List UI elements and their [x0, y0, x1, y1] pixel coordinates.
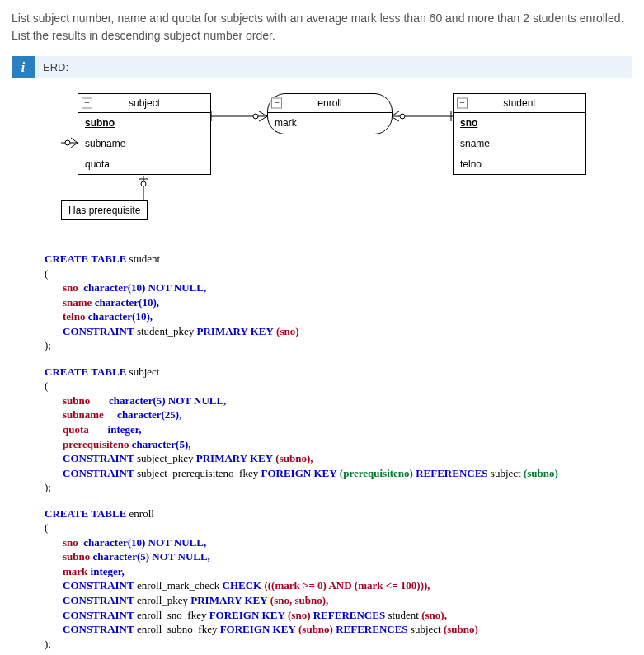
tbl-name: subject [129, 365, 160, 378]
attr-subname: subname [78, 134, 210, 154]
svg-point-11 [400, 114, 405, 119]
col-type: integer, [91, 565, 125, 577]
col: quota [63, 423, 89, 436]
kw-pk: PRIMARY KEY [197, 325, 274, 337]
entity-student-name: student [503, 97, 535, 109]
con-name: enroll_mark_check [137, 579, 219, 591]
svg-point-14 [65, 140, 70, 145]
ddl-student: CREATE TABLE student ( sno character(10)… [45, 252, 632, 353]
con-cols: (sno) [288, 609, 310, 621]
con-cols: (subno), [275, 452, 313, 464]
collapse-icon: − [82, 98, 92, 109]
entity-subject: − subject subno subname quota [78, 93, 211, 175]
kw-pk: PRIMARY KEY [190, 594, 267, 606]
con-name: enroll_pkey [137, 594, 188, 606]
svg-line-13 [71, 143, 78, 148]
relationship-enroll-name: enroll [317, 97, 341, 109]
col: telno [63, 310, 85, 323]
kw-fk: FOREIGN KEY [261, 467, 336, 479]
con-cols: (prerequisiteno) [340, 467, 413, 479]
con-name: enroll_subno_fkey [137, 623, 217, 635]
attr-subno: subno [85, 117, 115, 129]
ref-tbl: subject [491, 467, 521, 479]
info-icon: i [12, 56, 35, 78]
question-text: List subject number, name and quota for … [12, 10, 632, 45]
ref-tbl: subject [411, 623, 441, 635]
kw-constraint: CONSTRAINT [63, 325, 134, 337]
col: prerequisiteno [63, 438, 129, 450]
ddl-subject: CREATE TABLE subject ( subno character(5… [45, 365, 632, 495]
ref-tbl: student [388, 609, 419, 621]
con-name: student_pkey [137, 325, 194, 337]
col: subno [63, 550, 90, 563]
col-type: character(10) NOT NULL, [83, 536, 206, 549]
ref-cols: (subno) [524, 467, 558, 479]
col: sname [63, 296, 92, 309]
entity-student-title: − student [454, 94, 585, 113]
attr-telno: telno [454, 154, 585, 175]
kw-create: CREATE TABLE [45, 507, 126, 520]
relationship-enroll: − enroll mark [267, 93, 393, 134]
tbl-name: enroll [129, 507, 154, 520]
ref-cols: (subno) [444, 623, 478, 635]
kw-fk: FOREIGN KEY [220, 623, 296, 635]
col-type: character(10), [88, 310, 153, 323]
collapse-icon: − [271, 98, 282, 109]
kw-ref: REFERENCES [416, 467, 487, 479]
ref-cols: (sno), [421, 609, 447, 621]
has-prerequisite-label: Has prerequisite [61, 200, 148, 220]
svg-line-3 [259, 111, 267, 116]
col-type: integer, [108, 423, 142, 436]
kw-fk: FOREIGN KEY [209, 609, 285, 621]
erd-banner-label: ERD: [35, 56, 77, 78]
con-cols: (sno) [276, 325, 298, 337]
col: sno [63, 281, 78, 294]
col-type: character(10), [95, 296, 159, 309]
kw-constraint: CONSTRAINT [63, 452, 134, 464]
ddl-enroll: CREATE TABLE enroll ( sno character(10) … [45, 507, 632, 651]
entity-subject-name: subject [129, 97, 160, 109]
entity-student: − student sno sname telno [453, 93, 586, 175]
col-type: character(5) NOT NULL, [109, 394, 226, 407]
kw-constraint: CONSTRAINT [63, 579, 134, 591]
con-name: subject_prerequisiteno_fkey [137, 467, 258, 479]
kw-check: CHECK [223, 579, 262, 591]
col-type: character(25), [117, 408, 181, 421]
tbl-name: student [129, 252, 161, 265]
col-type: character(5) NOT NULL, [93, 550, 210, 563]
kw-constraint: CONSTRAINT [63, 467, 134, 479]
svg-point-16 [141, 181, 146, 186]
kw-constraint: CONSTRAINT [63, 609, 134, 621]
col: subno [63, 394, 90, 407]
kw-constraint: CONSTRAINT [63, 594, 134, 606]
con-name: subject_pkey [137, 452, 194, 464]
attr-sname: sname [454, 134, 585, 154]
svg-point-5 [253, 114, 258, 119]
con-name: enroll_sno_fkey [137, 609, 206, 621]
attr-quota: quota [78, 154, 210, 175]
col-type: character(10) NOT NULL, [83, 281, 206, 294]
col: mark [63, 565, 87, 577]
svg-line-12 [71, 138, 78, 143]
kw-ref: REFERENCES [336, 623, 407, 635]
svg-line-4 [259, 116, 267, 121]
kw-ref: REFERENCES [313, 609, 385, 621]
col-type: character(5), [132, 438, 191, 450]
con-cols: (subno) [298, 623, 333, 635]
erd-banner: i ERD: [12, 56, 632, 78]
kw-create: CREATE TABLE [45, 365, 126, 378]
collapse-icon: − [457, 98, 468, 109]
ddl-section: CREATE TABLE student ( sno character(10)… [45, 252, 632, 651]
con-expr: (((mark >= 0) AND (mark <= 100))), [264, 579, 430, 591]
kw-pk: PRIMARY KEY [196, 452, 273, 464]
attr-sno: sno [460, 117, 477, 129]
entity-subject-title: − subject [78, 94, 210, 113]
kw-create: CREATE TABLE [45, 252, 126, 265]
kw-constraint: CONSTRAINT [63, 623, 134, 635]
attr-mark: mark [268, 113, 392, 134]
con-cols: (sno, subno), [270, 594, 328, 606]
col: sno [63, 536, 78, 549]
erd-diagram: − subject subno subname quota − enroll m… [61, 93, 632, 233]
relationship-enroll-title: − enroll [268, 94, 392, 113]
col: subname [63, 408, 104, 421]
